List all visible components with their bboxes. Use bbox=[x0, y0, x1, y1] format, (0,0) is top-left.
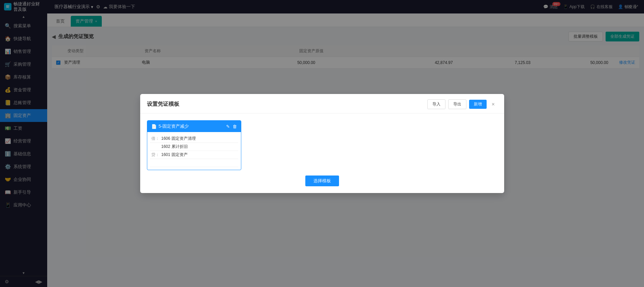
export-button[interactable]: 导出 bbox=[448, 99, 466, 109]
dialog-header: 设置凭证模板 导入 导出 新增 × bbox=[140, 94, 504, 114]
dialog-title: 设置凭证模板 bbox=[147, 101, 179, 108]
debit-name-text-1: 固定资产清理 bbox=[172, 136, 196, 141]
set-template-dialog: 设置凭证模板 导入 导出 新增 × 📄 5-固定资产减少 ✎ 🗑 bbox=[140, 94, 504, 193]
dialog-header-actions: 导入 导出 新增 × bbox=[427, 99, 497, 109]
debit-entry-2: 借： 1602 累计折旧 bbox=[150, 143, 238, 151]
credit-label-1: 贷： bbox=[151, 152, 161, 158]
debit-account-1: 1606 固定资产清理 bbox=[161, 136, 205, 141]
template-card-actions: ✎ 🗑 bbox=[226, 124, 237, 129]
template-edit-icon[interactable]: ✎ bbox=[226, 124, 230, 129]
template-card-header-left: 📄 5-固定资产减少 bbox=[151, 123, 189, 129]
select-template-button[interactable]: 选择模板 bbox=[305, 176, 339, 186]
debit-label-1: 借： bbox=[151, 136, 161, 141]
dialog-body: 📄 5-固定资产减少 ✎ 🗑 借： 1606 bbox=[140, 114, 504, 193]
template-card: 📄 5-固定资产减少 ✎ 🗑 借： 1606 bbox=[147, 120, 241, 170]
select-template-area: 选择模板 bbox=[147, 176, 497, 186]
credit-account-1: 1601 固定资产 bbox=[161, 152, 205, 158]
debit-code-2: 1602 bbox=[161, 144, 171, 149]
credit-name-text-1: 固定资产 bbox=[172, 152, 188, 157]
template-card-body: 借： 1606 固定资产清理 借： bbox=[147, 132, 241, 170]
template-empty-row bbox=[150, 159, 238, 167]
import-button[interactable]: 导入 bbox=[427, 99, 446, 109]
template-doc-icon: 📄 bbox=[151, 124, 157, 129]
credit-entry-1: 贷： 1601 固定资产 bbox=[150, 151, 238, 159]
new-button[interactable]: 新增 bbox=[469, 100, 487, 109]
debit-entry-1: 借： 1606 固定资产清理 bbox=[150, 135, 238, 143]
close-icon[interactable]: × bbox=[489, 100, 497, 108]
debit-code-1: 1606 bbox=[161, 136, 171, 141]
debit-name-text-2: 累计折旧 bbox=[172, 144, 188, 149]
debit-account-2: 1602 累计折旧 bbox=[161, 144, 205, 150]
template-name: 5-固定资产减少 bbox=[159, 123, 189, 129]
credit-code-1: 1601 bbox=[161, 152, 171, 157]
template-card-header: 📄 5-固定资产减少 ✎ 🗑 bbox=[147, 121, 241, 132]
overlay[interactable]: 设置凭证模板 导入 导出 新增 × 📄 5-固定资产减少 ✎ 🗑 bbox=[0, 0, 644, 287]
template-delete-icon[interactable]: 🗑 bbox=[233, 124, 237, 129]
